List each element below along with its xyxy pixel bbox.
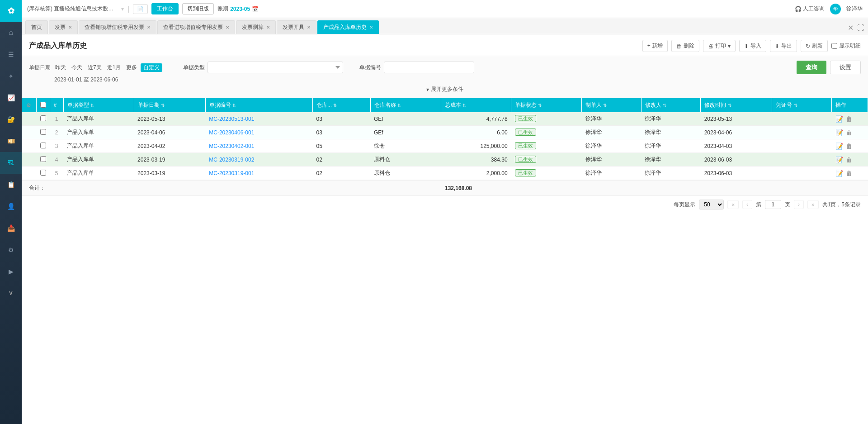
show-detail-checkbox-label[interactable]: 显示明细 <box>831 42 861 50</box>
refresh-btn[interactable]: ↻ 刷新 <box>801 40 828 52</box>
set-btn[interactable]: 设置 <box>830 61 861 74</box>
row-check-2[interactable] <box>40 143 46 148</box>
row-number-link-1[interactable]: MC-20230406-001 <box>209 129 254 136</box>
help-btn[interactable]: 🎧 人工咨询 <box>795 5 825 13</box>
user-name[interactable]: 徐泽华 <box>846 5 863 13</box>
sidebar-item-home[interactable]: ⌂ <box>0 22 22 43</box>
filter-type-select[interactable]: 产品入库单 <box>208 62 343 73</box>
prev-page-btn[interactable]: ‹ <box>742 200 752 209</box>
expand-more-btn[interactable]: ▾ 展开更多条件 <box>29 86 861 93</box>
tab-history-close[interactable]: ✕ <box>369 25 373 30</box>
tab-purchase-vat-close[interactable]: ✕ <box>226 25 229 30</box>
sidebar-item-report[interactable]: 📈 <box>0 87 22 109</box>
row-number-2[interactable]: MC-20230402-001 <box>205 139 312 153</box>
col-modify-time[interactable]: 修改时间 ⇅ <box>701 98 772 112</box>
filter-number-input[interactable] <box>384 62 474 73</box>
tab-purchase-vat[interactable]: 查看进项增值税专用发票 ✕ <box>157 20 235 34</box>
row-number-4[interactable]: MC-20230319-001 <box>205 167 312 180</box>
filter-more[interactable]: 更多 <box>124 63 139 72</box>
row-number-link-4[interactable]: MC-20230319-001 <box>209 170 254 176</box>
row-edit-icon-2[interactable]: 📝 <box>835 143 843 150</box>
col-voucher[interactable]: 凭证号 ⇅ <box>772 98 832 112</box>
row-delete-icon-2[interactable]: 🗑 <box>846 143 852 150</box>
new-btn[interactable]: + 新增 <box>642 40 668 52</box>
col-warehouse-name[interactable]: 仓库名称 ⇅ <box>370 98 441 112</box>
sidebar-item-version[interactable]: V <box>0 282 22 304</box>
row-number-link-3[interactable]: MC-20230319-002 <box>209 157 254 163</box>
row-delete-icon-0[interactable]: 🗑 <box>846 115 852 123</box>
row-check-0[interactable] <box>40 115 46 121</box>
import-btn[interactable]: ⬆ 导入 <box>739 40 766 52</box>
sidebar-item-user[interactable]: 👤 <box>0 195 22 217</box>
filter-today[interactable]: 今天 <box>70 63 84 72</box>
row-edit-icon-1[interactable]: 📝 <box>835 129 843 136</box>
col-number[interactable]: 单据编号 ⇅ <box>205 98 312 112</box>
sidebar-item-chart[interactable]: ⌖ <box>0 65 22 87</box>
row-checkbox-3[interactable] <box>36 153 50 167</box>
col-total-cost[interactable]: 总成本 ⇅ <box>441 98 511 112</box>
tab-invoice-close[interactable]: ✕ <box>68 25 72 30</box>
col-warehouse-code[interactable]: 仓库... ⇅ <box>313 98 370 112</box>
row-checkbox-0[interactable] <box>36 112 50 126</box>
row-checkbox-2[interactable] <box>36 139 50 153</box>
tab-issue[interactable]: 发票开具 ✕ <box>277 20 316 34</box>
col-modifier[interactable]: 修改人 ⇅ <box>641 98 701 112</box>
tab-sales-vat[interactable]: 查看销项增值税专用发票 ✕ <box>79 20 156 34</box>
export-btn[interactable]: ⬇ 导出 <box>770 40 797 52</box>
first-page-btn[interactable]: « <box>727 200 739 209</box>
sidebar-item-settings[interactable]: ⚙ <box>0 239 22 261</box>
col-type[interactable]: 单据类型 ⇅ <box>63 98 134 112</box>
row-number-3[interactable]: MC-20230319-002 <box>205 153 312 167</box>
col-date[interactable]: 单据日期 ⇅ <box>134 98 205 112</box>
tab-home[interactable]: 首页 <box>25 20 48 34</box>
row-edit-icon-3[interactable]: 📝 <box>835 156 843 163</box>
row-checkbox-4[interactable] <box>36 167 50 180</box>
col-creator[interactable]: 制单人 ⇅ <box>582 98 642 112</box>
sidebar-item-doc[interactable]: ☰ <box>0 43 22 65</box>
current-page-input[interactable] <box>765 200 781 209</box>
row-check-1[interactable] <box>40 129 46 135</box>
tab-restore[interactable]: ⛶ <box>857 24 864 32</box>
select-all-checkbox[interactable] <box>40 102 46 108</box>
filter-yesterday[interactable]: 昨天 <box>53 63 68 72</box>
tab-history[interactable]: 产成品入库单历史 ✕ <box>317 20 379 34</box>
sidebar-item-finance[interactable]: 💴 <box>0 130 22 152</box>
delete-btn[interactable]: 🗑 删除 <box>671 40 699 52</box>
row-delete-icon-4[interactable]: 🗑 <box>846 170 852 177</box>
row-number-1[interactable]: MC-20230406-001 <box>205 126 312 139</box>
filter-custom[interactable]: 自定义 <box>141 63 162 72</box>
last-page-btn[interactable]: » <box>807 200 819 209</box>
print-btn-header[interactable]: 🖨 打印 ▾ <box>703 40 736 52</box>
row-checkbox-1[interactable] <box>36 126 50 139</box>
page-size-select[interactable]: 20 50 100 <box>699 200 724 210</box>
calendar-icon[interactable]: 📅 <box>252 6 259 12</box>
filter-7days[interactable]: 近7天 <box>86 63 104 72</box>
tab-sales-vat-close[interactable]: ✕ <box>147 25 151 30</box>
row-delete-icon-1[interactable]: 🗑 <box>846 129 852 136</box>
tab-invoice[interactable]: 发票 ✕ <box>49 20 78 34</box>
sidebar-item-video[interactable]: ▶ <box>0 261 22 282</box>
print-btn[interactable]: 📄 <box>133 4 148 14</box>
row-check-4[interactable] <box>40 170 46 176</box>
row-number-link-0[interactable]: MC-20230513-001 <box>209 116 254 122</box>
sidebar-item-lock[interactable]: 🔐 <box>0 109 22 130</box>
filter-1month[interactable]: 近1月 <box>105 63 123 72</box>
sidebar-item-warehouse[interactable]: 🏗 <box>0 152 22 174</box>
col-settings[interactable]: ⚙ <box>22 98 36 112</box>
row-delete-icon-3[interactable]: 🗑 <box>846 156 852 163</box>
next-page-btn[interactable]: › <box>794 200 804 209</box>
row-number-0[interactable]: MC-20230513-001 <box>205 112 312 126</box>
tab-calc-close[interactable]: ✕ <box>266 25 270 30</box>
tab-calc[interactable]: 发票测算 ✕ <box>236 20 276 34</box>
query-btn[interactable]: 查询 <box>797 61 826 74</box>
sidebar-item-invoice[interactable]: 📋 <box>0 174 22 195</box>
row-edit-icon-0[interactable]: 📝 <box>835 115 843 123</box>
workbench-btn[interactable]: 工作台 <box>151 3 179 14</box>
switch-version-btn[interactable]: 切到旧版 <box>182 3 214 14</box>
tab-issue-close[interactable]: ✕ <box>307 25 311 30</box>
row-check-3[interactable] <box>40 156 46 162</box>
show-detail-checkbox[interactable] <box>831 43 837 49</box>
sidebar-item-import[interactable]: 📥 <box>0 217 22 239</box>
row-number-link-2[interactable]: MC-20230402-001 <box>209 143 254 149</box>
row-edit-icon-4[interactable]: 📝 <box>835 170 843 177</box>
